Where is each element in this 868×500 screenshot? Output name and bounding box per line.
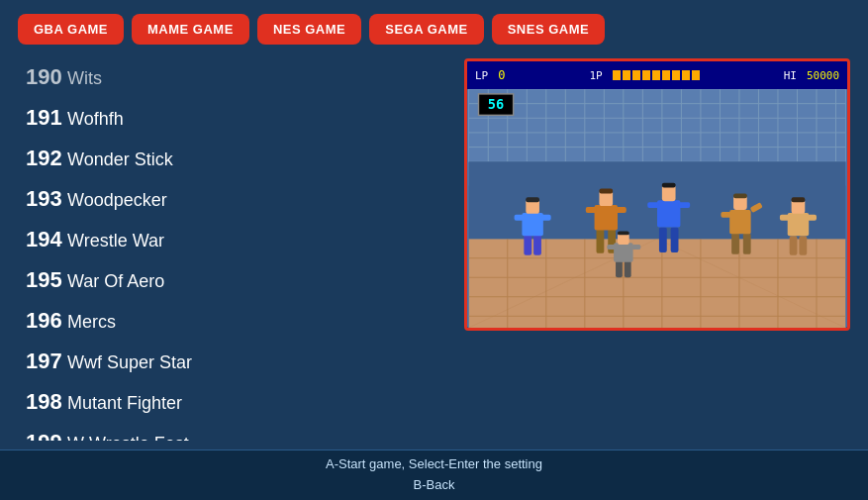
svg-rect-70 — [721, 212, 731, 218]
game-number: 198 — [26, 385, 67, 418]
svg-rect-46 — [533, 234, 541, 254]
svg-rect-82 — [614, 243, 633, 262]
svg-rect-57 — [616, 207, 627, 213]
game-title: Wrestle War — [67, 228, 164, 254]
game-hud: LP 0 1P HI 50000 — [467, 61, 847, 89]
svg-rect-80 — [616, 260, 623, 278]
game-number: 195 — [26, 263, 67, 296]
svg-rect-58 — [599, 188, 613, 193]
tab-sega-game[interactable]: SEGA GAME — [369, 14, 483, 45]
svg-rect-68 — [729, 210, 750, 234]
svg-rect-61 — [657, 200, 680, 227]
game-title: Wwf Super Star — [67, 350, 192, 376]
svg-rect-73 — [790, 236, 798, 255]
svg-rect-77 — [780, 215, 790, 221]
game-screenshot: LP 0 1P HI 50000 — [467, 61, 847, 328]
game-scene-svg: 56 — [467, 89, 847, 328]
svg-rect-81 — [625, 260, 631, 278]
game-number: 193 — [26, 182, 67, 215]
svg-rect-84 — [607, 245, 616, 250]
svg-rect-56 — [586, 207, 597, 213]
game-title: Wonder Stick — [67, 147, 173, 173]
svg-rect-59 — [659, 228, 667, 252]
svg-rect-67 — [743, 233, 751, 253]
hud-health-bar — [613, 70, 700, 80]
list-item[interactable]: 190 Wits — [18, 56, 444, 97]
svg-text:56: 56 — [488, 96, 504, 112]
svg-rect-79 — [792, 197, 806, 202]
tab-mame-game[interactable]: MAME GAME — [132, 14, 249, 45]
game-number: 194 — [26, 223, 67, 255]
svg-rect-78 — [807, 215, 817, 221]
game-number: 192 — [26, 142, 67, 174]
list-item[interactable]: 191 Wofhfh — [18, 97, 444, 138]
svg-rect-72 — [733, 193, 747, 198]
list-item[interactable]: 198 Mutant Fighter — [18, 381, 444, 422]
list-item[interactable]: 193 Woodpecker — [18, 178, 444, 219]
game-list: 190 Wits 191 Wofhfh 192 Wonder Stick 193… — [18, 54, 444, 441]
game-title: Wofhfh — [67, 106, 124, 133]
tabs-bar: GBA GAME MAME GAME NES GAME SEGA GAME SN… — [0, 0, 868, 54]
svg-rect-74 — [799, 236, 807, 255]
svg-rect-85 — [632, 245, 641, 250]
svg-rect-50 — [541, 215, 551, 221]
game-title: Wits — [67, 65, 102, 92]
main-content: 190 Wits 191 Wofhfh 192 Wonder Stick 193… — [0, 54, 868, 441]
footer: A-Start game, Select-Enter the setting B… — [0, 450, 868, 500]
svg-rect-66 — [731, 233, 739, 253]
hud-lp-label: LP — [475, 69, 488, 82]
game-preview-panel: LP 0 1P HI 50000 — [464, 58, 850, 331]
svg-rect-47 — [522, 213, 542, 236]
list-item[interactable]: 197 Wwf Super Star — [18, 341, 444, 381]
footer-line1: A-Start game, Select-Enter the setting — [0, 454, 868, 475]
game-title: W Wrestle Fest — [67, 431, 189, 441]
svg-rect-63 — [647, 202, 659, 208]
tab-gba-game[interactable]: GBA GAME — [18, 14, 124, 45]
hud-hi-score: 50000 — [807, 69, 839, 82]
tab-snes-game[interactable]: SNES GAME — [492, 14, 606, 45]
svg-rect-45 — [524, 234, 531, 254]
game-title: Woodpecker — [67, 187, 167, 214]
svg-rect-60 — [671, 228, 679, 252]
game-number: 199 — [26, 426, 67, 441]
list-item[interactable]: 194 Wrestle War — [18, 219, 444, 259]
list-item[interactable]: 195 War Of Aero — [18, 259, 444, 300]
svg-rect-54 — [595, 205, 618, 230]
game-number: 196 — [26, 304, 67, 337]
game-number: 191 — [26, 101, 67, 134]
list-item[interactable]: 199 W Wrestle Fest — [18, 422, 444, 441]
game-number: 197 — [26, 345, 67, 377]
hud-hi-label: HI — [784, 69, 797, 82]
game-number: 190 — [26, 60, 67, 93]
svg-rect-52 — [597, 229, 605, 252]
svg-rect-65 — [662, 183, 676, 188]
svg-rect-51 — [526, 197, 539, 202]
list-item[interactable]: 192 Wonder Stick — [18, 138, 444, 178]
game-title: Mercs — [67, 309, 116, 336]
svg-rect-49 — [515, 215, 525, 221]
tab-nes-game[interactable]: NES GAME — [257, 14, 361, 45]
hud-score: 0 — [498, 68, 505, 82]
svg-rect-86 — [618, 231, 629, 235]
footer-line2: B-Back — [0, 475, 868, 496]
game-title: War Of Aero — [67, 268, 164, 295]
svg-rect-64 — [678, 202, 690, 208]
game-title: Mutant Fighter — [67, 390, 182, 417]
list-item[interactable]: 196 Mercs — [18, 300, 444, 341]
svg-rect-75 — [788, 213, 809, 236]
hud-1p-label: 1P — [589, 69, 602, 82]
